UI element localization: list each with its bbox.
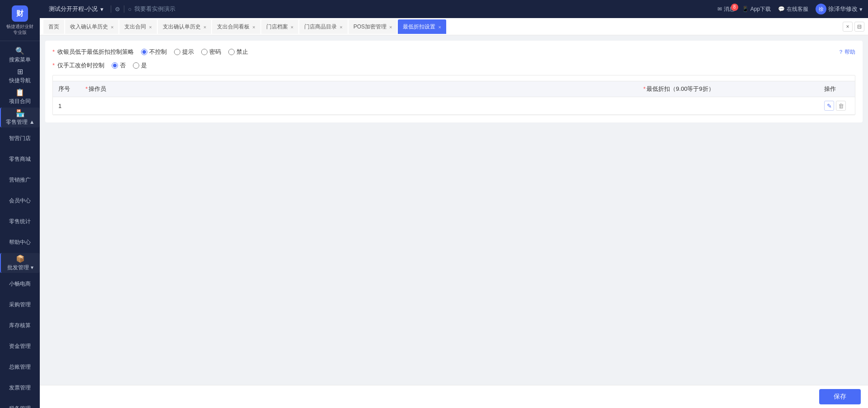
delete-row-button[interactable]: 🗑 [836,101,846,111]
tab-close-icon[interactable]: × [111,24,113,30]
tab-payment-board[interactable]: 支出合同看板 × [212,19,260,34]
sidebar-item-smart-store[interactable]: 智营门店 [0,128,40,148]
topbar-divider [111,5,111,13]
sidebar-logo: 财 畅捷通好业财 专业版 [0,0,40,41]
required-star2: * [52,62,55,69]
tab-label: 门店商品目录 [304,23,337,31]
tab-label: 支出合同看板 [217,23,250,31]
tab-income-confirm[interactable]: 收入确认单历史 × [65,19,118,34]
topbar-service-btn[interactable]: 💬 在线客服 [778,5,808,13]
circle-icon: ○ [128,6,132,13]
sidebar-item-ecommerce[interactable]: 小畅电商 [0,274,40,294]
tab-label: 最低折扣设置 [403,23,435,31]
cell-operator [80,97,638,115]
project-label: 测试分开开程-小况 [49,5,98,13]
message-badge: 8 [731,4,738,11]
sidebar-item-label: 搜索菜单 [9,56,31,64]
sidebar-item-member[interactable]: 会员中心 [0,191,40,211]
strategy-radio-none[interactable] [141,49,147,55]
tab-label: 门店档案 [266,23,288,31]
strategy-radio-hint[interactable] [174,49,180,55]
manual-radio-no[interactable] [112,62,118,69]
sidebar-item-project[interactable]: 📋 项目合同 [0,87,40,107]
tab-store-products[interactable]: 门店商品目录 × [299,19,347,34]
sidebar-item-marketing[interactable]: 营销推广 [0,170,40,190]
tab-close-icon[interactable]: × [340,24,342,30]
tab-pos-manage[interactable]: POS加密管理 × [349,19,397,34]
topbar-message-btn[interactable]: ✉ 消息 8 [717,5,734,13]
discount-table-wrapper: 序号 *操作员 *最低折扣（9.00等于9折） 操作 1 [52,75,855,115]
tab-close-icon[interactable]: × [203,24,206,30]
user-avatar: 徐 [816,4,826,14]
topbar-right: ✉ 消息 8 📱 App下载 💬 在线客服 徐 徐泽华修改 ▾ [717,4,863,14]
tab-label: 收入确认单历史 [70,23,108,31]
strategy-radio-forbid[interactable] [228,49,235,55]
sidebar-item-invoice[interactable]: 发票管理 [0,378,40,398]
tab-store-file[interactable]: 门店档案 × [261,19,298,34]
sidebar-item-search[interactable]: 🔍 搜索菜单 [0,45,40,65]
sidebar-item-wholesale[interactable]: 📦 批发管理 ▾ [0,253,40,273]
manual-option-yes-label: 是 [141,61,147,70]
sidebar-item-retail[interactable]: 🏪 零售管理 ▲ [0,108,40,127]
manual-option-no-label: 否 [120,61,126,70]
tab-label: 支出确认单历史 [163,23,201,31]
strategy-option-forbid[interactable]: 禁止 [228,48,248,56]
tab-payment-contract[interactable]: 支出合同 × [119,19,156,34]
tab-close-icon[interactable]: × [252,24,255,30]
cell-seq: 1 [53,97,80,115]
manual-label: * 仅手工改价时控制 [52,61,104,70]
tab-close-icon[interactable]: × [149,24,151,30]
col-header-seq: 序号 [53,81,80,97]
sidebar-item-retail-mall[interactable]: 零售商城 [0,149,40,169]
sidebar-item-retail-stat[interactable]: 零售统计 [0,211,40,231]
logo-icon: 财 [12,5,28,22]
user-chevron-icon: ▾ [859,6,863,13]
topbar-demo-link[interactable]: ○ 我要看实例演示 [128,5,175,13]
row-action-buttons: ✎ 🗑 [824,101,849,111]
sidebar-item-label: 会员中心 [9,197,31,205]
sidebar-item-label: 零售统计 [9,218,31,225]
sidebar-item-purchase[interactable]: 采购管理 [0,295,40,314]
content-card: * 收银员低于最低折扣控制策略 不控制 提示 密码 [45,41,863,122]
topbar-app-download-btn[interactable]: 📱 App下载 [742,5,771,13]
strategy-option-hint-label: 提示 [182,48,194,56]
manual-option-yes[interactable]: 是 [133,61,147,70]
sidebar-item-tax[interactable]: 税务管理 [0,399,40,408]
sidebar-item-inventory[interactable]: 库存核算 [0,315,40,335]
manual-radio-group: 否 是 [112,61,147,70]
sidebar-item-label: 营销推广 [9,176,31,184]
tab-menu-btn[interactable]: ⊟ [854,22,864,32]
strategy-option-hint[interactable]: 提示 [174,48,194,56]
strategy-option-forbid-label: 禁止 [236,48,248,56]
sidebar-item-nav[interactable]: ⊞ 快捷导航 [0,66,40,86]
topbar-user[interactable]: 徐 徐泽华修改 ▾ [816,4,863,14]
topbar-settings-btn[interactable]: ⚙ [115,6,120,13]
bottom-bar: 保存 [40,385,868,408]
tab-label: POS加密管理 [354,23,387,31]
strategy-radio-password[interactable] [201,49,208,55]
sidebar-item-finance[interactable]: 资金管理 [0,336,40,356]
edit-row-button[interactable]: ✎ [824,101,834,111]
strategy-option-password[interactable]: 密码 [201,48,221,56]
tab-home[interactable]: 首页 [43,19,64,34]
tab-close-icon[interactable]: × [438,24,441,30]
sidebar-item-help[interactable]: 帮助中心 [0,232,40,252]
sidebar-item-label: 项目合同 [9,98,31,105]
help-button[interactable]: ？ 帮助 [838,48,855,56]
required-star: * [52,48,55,55]
strategy-radio-group: 不控制 提示 密码 禁止 [141,48,248,56]
topbar-project[interactable]: 测试分开开程-小况 ▾ [45,3,107,15]
sidebar-item-accounting[interactable]: 总账管理 [0,357,40,377]
tab-close-icon[interactable]: × [389,24,392,30]
manual-radio-yes[interactable] [133,62,139,69]
strategy-option-none[interactable]: 不控制 [141,48,167,56]
manual-option-no[interactable]: 否 [112,61,126,70]
tab-payment-confirm[interactable]: 支出确认单历史 × [158,19,211,34]
help-icon: ？ [838,48,844,56]
nav-icon: ⊞ [17,67,23,76]
save-button[interactable]: 保存 [819,389,861,404]
tab-min-discount[interactable]: 最低折扣设置 × [398,19,446,34]
tab-close-icon[interactable]: × [291,24,293,30]
tab-close-btn[interactable]: × [843,22,853,32]
sidebar-item-label: 零售管理 ▲ [6,118,34,126]
